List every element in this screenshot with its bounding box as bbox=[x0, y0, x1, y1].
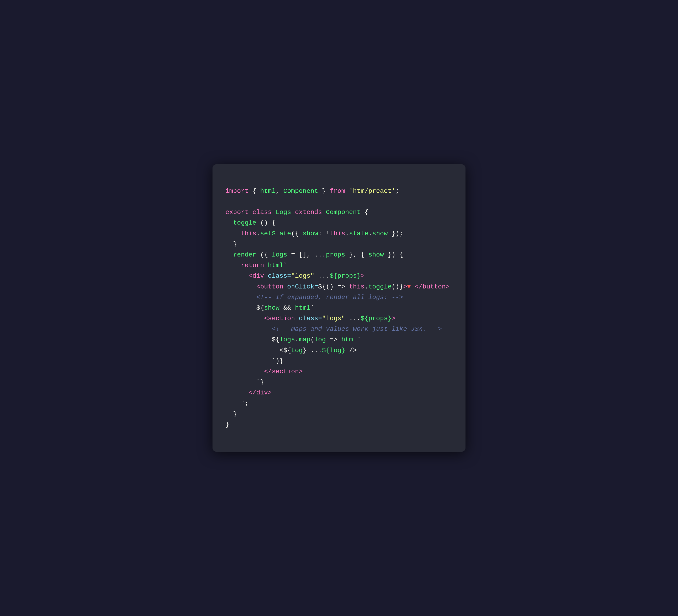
code-editor-window: import { html, Component } from 'htm/pre… bbox=[213, 164, 465, 452]
code-content: import { html, Component } from 'htm/pre… bbox=[225, 175, 453, 441]
